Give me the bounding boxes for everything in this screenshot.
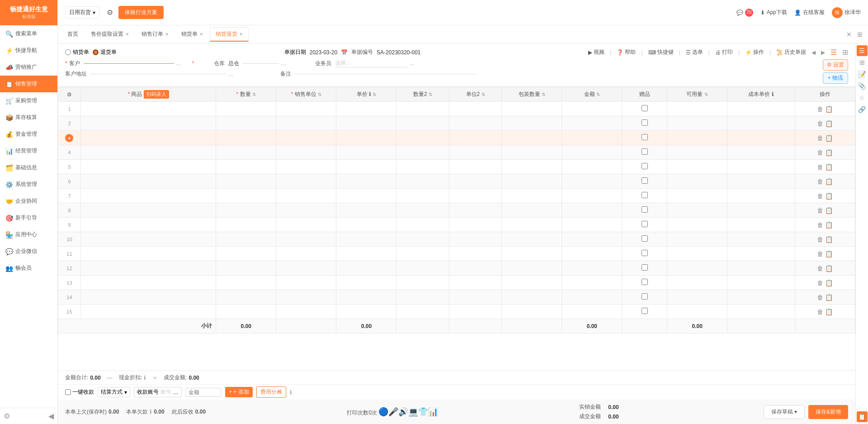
product-cell[interactable] [80, 174, 216, 189]
unit-price-sort-icon[interactable]: ⇅ [373, 92, 376, 97]
pack-qty-cell[interactable] [502, 261, 562, 276]
pack-qty-cell[interactable] [502, 174, 562, 189]
product-cell[interactable] [80, 102, 216, 116]
pack-qty-cell[interactable] [502, 247, 562, 261]
amount-input[interactable] [185, 388, 222, 397]
qty-cell[interactable] [216, 160, 276, 174]
settings-btn[interactable]: ⚙ 设置 [823, 59, 848, 71]
product-cell[interactable] [80, 247, 216, 261]
unit-price-cell[interactable] [336, 174, 396, 189]
gift-checkbox[interactable] [642, 308, 648, 314]
amount-cell[interactable] [562, 247, 622, 261]
gift-checkbox[interactable] [642, 206, 648, 213]
right-grid-view[interactable]: ⊞ [857, 57, 868, 68]
available-cell[interactable] [667, 218, 727, 232]
sidebar-item-sales[interactable]: 📋销售管理 [0, 76, 57, 92]
pack-qty-cell[interactable] [502, 116, 562, 131]
unit-price-cell[interactable] [336, 116, 396, 131]
amount-cell[interactable] [562, 290, 622, 305]
available-sort-icon[interactable]: ⇅ [704, 92, 708, 97]
sidebar-item-enterprise[interactable]: 🤝企业协同 [0, 193, 57, 210]
tab-sale-price-close[interactable]: ✕ [125, 32, 129, 37]
toolbar-video[interactable]: ▶视频 [588, 48, 604, 56]
cost-price-cell[interactable] [727, 145, 795, 160]
customer-address-input[interactable] [90, 74, 226, 74]
qty-cell[interactable] [216, 247, 276, 261]
return-bill-radio-input[interactable] [93, 49, 99, 55]
unit-price-cell[interactable] [336, 102, 396, 116]
pack-qty-cell[interactable] [502, 203, 562, 218]
fee-split-btn[interactable]: 费用分摊 [256, 386, 286, 398]
tab-sale-return[interactable]: 销货退货✕ [210, 27, 249, 42]
sidebar-item-basic[interactable]: 🗂️基础信息 [0, 159, 57, 176]
gift-checkbox[interactable] [642, 293, 648, 300]
copy-row-icon[interactable]: 📋 [825, 134, 833, 142]
unit2-cell[interactable] [449, 247, 501, 261]
collapse-sidebar-icon[interactable]: ◀ [48, 412, 54, 420]
delete-row-icon[interactable]: 🗑 [817, 250, 823, 257]
right-link[interactable]: 🔗 [857, 104, 868, 115]
qty-cell[interactable] [216, 276, 276, 290]
cost-price-cell[interactable] [727, 203, 795, 218]
app-download-btn[interactable]: ⬇ App下载 [760, 9, 787, 16]
delete-row-icon[interactable]: 🗑 [817, 192, 823, 200]
gift-cell[interactable] [622, 131, 667, 145]
copy-row-icon[interactable]: 📋 [825, 105, 833, 113]
pack-qty-sort-icon[interactable]: ⇅ [542, 92, 545, 97]
sidebar-item-marketing[interactable]: 📣营销推广 [0, 59, 57, 76]
unit2-cell[interactable] [449, 189, 501, 203]
unit2-cell[interactable] [449, 276, 501, 290]
product-cell[interactable] [80, 203, 216, 218]
tab-sale-price[interactable]: 售价提取设置✕ [85, 27, 135, 42]
qty2-cell[interactable] [396, 261, 449, 276]
qty-cell[interactable] [216, 145, 276, 160]
product-cell[interactable] [80, 145, 216, 160]
qty2-cell[interactable] [396, 160, 449, 174]
copy-row-icon[interactable]: 📋 [825, 192, 833, 200]
user-profile[interactable]: 徐 徐泽华 [832, 7, 861, 18]
sale-bill-radio[interactable]: 销货单 [65, 48, 89, 56]
payment-method-select[interactable]: 结算方式 ▾ [98, 387, 130, 397]
unit2-cell[interactable] [449, 102, 501, 116]
product-cell[interactable] [80, 290, 216, 305]
logistics-btn[interactable]: + 物流 [823, 72, 848, 84]
toolbar-action[interactable]: ⚡操作 [745, 48, 764, 56]
amount-cell[interactable] [562, 174, 622, 189]
history-nav-prev[interactable]: ◀ [811, 49, 816, 56]
customer-dots[interactable]: … [176, 60, 181, 67]
sale-unit-cell[interactable] [276, 102, 336, 116]
product-cell[interactable] [80, 305, 216, 319]
unit-price-cell[interactable] [336, 160, 396, 174]
sidebar-item-shortcut[interactable]: ⚡快捷导航 [0, 42, 57, 59]
delete-row-icon[interactable]: 🗑 [817, 221, 823, 229]
unit2-cell[interactable] [449, 160, 501, 174]
one-click-payment[interactable]: 一键收款 [65, 388, 94, 396]
gift-cell[interactable] [622, 174, 667, 189]
copy-row-icon[interactable]: 📋 [825, 294, 833, 301]
product-cell[interactable] [80, 276, 216, 290]
delete-row-icon[interactable]: 🗑 [817, 120, 823, 127]
qty-cell[interactable] [216, 218, 276, 232]
pack-qty-cell[interactable] [502, 232, 562, 247]
add-row-btn[interactable]: + [65, 134, 73, 142]
tab-sale-return-close[interactable]: ✕ [239, 32, 243, 37]
copy-row-icon[interactable]: 📋 [825, 250, 833, 257]
gift-checkbox[interactable] [642, 148, 648, 155]
tab-sale-bill-close[interactable]: ✕ [199, 32, 203, 37]
close-tab-icon[interactable]: ✕ [844, 30, 854, 39]
available-cell[interactable] [667, 305, 727, 319]
qty2-cell[interactable] [396, 203, 449, 218]
copy-row-icon[interactable]: 📋 [825, 207, 833, 214]
available-cell[interactable] [667, 261, 727, 276]
gift-cell[interactable] [622, 232, 667, 247]
toolbar-print[interactable]: 🖨打印 [715, 48, 733, 56]
gift-checkbox[interactable] [642, 134, 648, 140]
scan-btn[interactable]: 扫码录入 [144, 90, 169, 99]
available-cell[interactable] [667, 160, 727, 174]
category-select[interactable]: 日用百货 ▾ [65, 6, 99, 19]
unit-price-cell[interactable] [336, 232, 396, 247]
unit2-cell[interactable] [449, 232, 501, 247]
qty-cell[interactable] [216, 116, 276, 131]
sale-unit-cell[interactable] [276, 261, 336, 276]
amount-cell[interactable] [562, 116, 622, 131]
